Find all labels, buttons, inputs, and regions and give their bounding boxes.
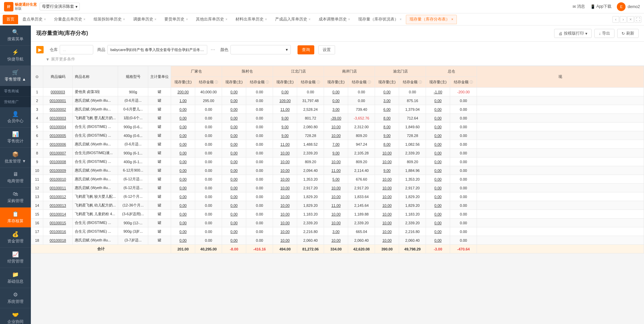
color-input[interactable]: ▾ — [230, 45, 291, 54]
fj-qty[interactable]: 0.00 — [171, 210, 195, 219]
table-area[interactable]: ⚙ 商品编码 商品名称 规格型号 主计量单位 厂家仓 陈村仓 江北门店 南岸门店… — [31, 66, 644, 324]
close-icon[interactable]: × — [400, 17, 402, 21]
close-icon[interactable]: × — [225, 17, 227, 21]
sidebar-item-finance[interactable]: 💰 资金管理 — [0, 228, 31, 248]
jb-qty[interactable]: 109.00 — [273, 96, 297, 105]
na-qty[interactable]: 5.00 — [324, 175, 348, 184]
zc-qty[interactable]: 0.00 — [426, 175, 450, 184]
sidebar-item-marketing[interactable]: 营销推广 — [0, 97, 31, 107]
tab-requisition[interactable]: 要货单历史× — [161, 15, 192, 24]
settings-btn[interactable]: 设置 — [318, 45, 335, 54]
zc-qty[interactable]: 0.00 — [426, 149, 450, 157]
fj-qty[interactable]: 0.00 — [171, 140, 195, 149]
info-icon[interactable]: ⓘ — [215, 80, 218, 84]
product-code[interactable]: 00100001 — [43, 96, 73, 105]
zc-qty[interactable]: 0.00 — [426, 166, 450, 175]
cc-qty[interactable]: 0.00 — [222, 219, 246, 227]
sidebar-item-search[interactable]: 🔍 搜索英单 — [0, 26, 31, 46]
cc-qty[interactable]: 0.00 — [222, 227, 246, 236]
tab-home[interactable]: 首页 — [3, 15, 18, 24]
zc-qty[interactable]: 0.00 — [426, 114, 450, 123]
cc-qty[interactable]: 0.00 — [222, 166, 246, 175]
jb-qty[interactable]: 10.00 — [273, 236, 297, 245]
na-qty[interactable]: 3.00 — [324, 105, 348, 114]
yb-qty[interactable]: 9.00 — [375, 166, 399, 175]
tab-transfer[interactable]: 调拨单历史× — [129, 15, 160, 24]
yb-qty[interactable]: 10.00 — [375, 227, 399, 236]
cc-qty[interactable]: 0.00 — [222, 192, 246, 201]
jb-qty[interactable]: 10.00 — [273, 184, 297, 192]
jb-qty[interactable]: 10.00 — [273, 166, 297, 175]
sidebar-item-wholesale[interactable]: 📦 批发管理 ▼ — [0, 148, 31, 168]
filter-collapse-btn[interactable]: ▶ — [36, 46, 44, 53]
yb-qty[interactable]: 10.00 — [375, 175, 399, 184]
zc-qty[interactable]: 0.00 — [426, 227, 450, 236]
sidebar-item-quicknav[interactable]: ⚡ 快捷导航 — [0, 46, 31, 66]
store-selector[interactable]: 母婴行业演示陈套 ▾ — [40, 3, 80, 10]
tab-assembly[interactable]: 组装拆卸单历史× — [90, 15, 129, 24]
info-icon[interactable]: ⓘ — [266, 80, 269, 84]
yb-qty[interactable]: 3.00 — [375, 96, 399, 105]
expand-conditions-btn[interactable]: ▼ 展开更多条件 — [46, 56, 639, 62]
zc-qty[interactable]: -1.00 — [426, 88, 450, 96]
product-code[interactable]: 00100013 — [43, 201, 73, 210]
close-icon[interactable]: × — [309, 17, 311, 21]
fj-qty[interactable]: 1.00 — [171, 96, 195, 105]
jb-qty[interactable]: 9.00 — [273, 123, 297, 131]
zc-qty[interactable]: 0.00 — [426, 131, 450, 140]
zc-qty[interactable]: 0.00 — [426, 201, 450, 210]
sidebar-item-retail[interactable]: 🛒 零售管理 ▲ — [0, 66, 31, 86]
yb-qty[interactable]: 10.00 — [375, 210, 399, 219]
close-icon[interactable]: × — [84, 17, 86, 21]
close-icon[interactable]: × — [186, 17, 188, 21]
sidebar-item-stat[interactable]: 📊 零售统计 — [0, 128, 31, 148]
na-qty[interactable]: 10.00 — [324, 131, 348, 140]
jb-qty[interactable]: 0.00 — [273, 88, 297, 96]
tab-stock-dist[interactable]: 现存量（库存分布表）× — [406, 15, 457, 24]
tab-cost-adjust[interactable]: 成本调整单历史× — [315, 15, 354, 24]
cc-qty[interactable]: 0.00 — [222, 210, 246, 219]
close-icon[interactable]: × — [451, 17, 453, 21]
jb-qty[interactable]: 11.00 — [273, 105, 297, 114]
zc-qty[interactable]: 0.00 — [426, 184, 450, 192]
close-icon[interactable]: × — [123, 17, 125, 21]
yb-qty[interactable]: 0.00 — [375, 88, 399, 96]
fj-qty[interactable]: 0.00 — [171, 123, 195, 131]
product-code[interactable]: 00100003 — [43, 114, 73, 123]
sidebar-item-ecom[interactable]: 🖥 电商管理 — [0, 168, 31, 188]
product-code[interactable]: 00100016 — [43, 227, 73, 236]
tab-other-out[interactable]: 其他出库单历史× — [192, 15, 231, 24]
cc-qty[interactable]: 0.00 — [222, 105, 246, 114]
fj-qty[interactable]: 0.00 — [171, 192, 195, 201]
yb-qty[interactable]: 6.00 — [375, 105, 399, 114]
fj-qty[interactable]: 0.00 — [171, 184, 195, 192]
product-code[interactable]: 00100006 — [43, 140, 73, 149]
product-code[interactable]: 00100011 — [43, 184, 73, 192]
jb-qty[interactable]: 10.00 — [273, 201, 297, 210]
sidebar-item-basic[interactable]: 📁 基础信息 — [0, 268, 31, 288]
yb-qty[interactable]: 10.00 — [375, 201, 399, 210]
tab-stock-status[interactable]: 现存量（库存状况表）× — [355, 15, 406, 24]
jb-qty[interactable]: 10.00 — [273, 227, 297, 236]
app-download-btn[interactable]: 📱 App下载 — [590, 4, 611, 9]
zc-qty[interactable]: 0.00 — [426, 96, 450, 105]
product-more-btn[interactable]: ··· — [211, 47, 215, 53]
cc-qty[interactable]: 0.00 — [222, 88, 246, 96]
close-icon[interactable]: × — [44, 17, 46, 21]
yb-qty[interactable]: 9.00 — [375, 131, 399, 140]
sidebar-item-collab[interactable]: 🤝 企业协同 — [0, 308, 31, 324]
tab-sub-count[interactable]: 分量盘点单历史× — [50, 15, 89, 24]
cc-qty[interactable]: 0.00 — [222, 131, 246, 140]
tab-inventory-count[interactable]: 盘点单历史× — [19, 15, 50, 24]
jb-qty[interactable]: 9.00 — [273, 131, 297, 140]
nav-prev-btn[interactable]: ‹ — [612, 16, 619, 23]
cc-qty[interactable]: 0.00 — [222, 123, 246, 131]
fj-qty[interactable]: 0.00 — [171, 114, 195, 123]
jb-qty[interactable]: 10.00 — [273, 149, 297, 157]
zc-qty[interactable]: 0.00 — [426, 236, 450, 245]
tab-product-in[interactable]: 产成品入库单历史× — [271, 15, 314, 24]
info-icon[interactable]: ⓘ — [368, 80, 371, 84]
export-btn[interactable]: ↓ 导出 — [594, 29, 614, 38]
zc-qty[interactable]: 0.00 — [426, 140, 450, 149]
warehouse-input[interactable]: ... — [60, 45, 93, 54]
